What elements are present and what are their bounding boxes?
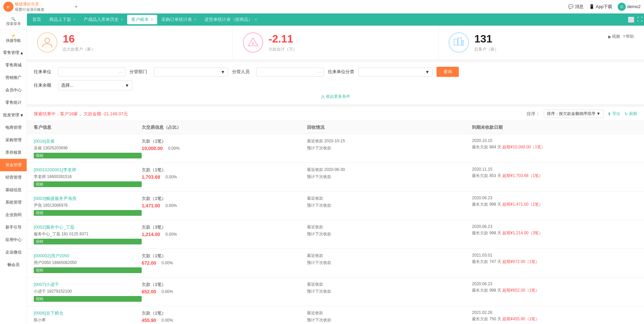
customer-name[interactable]: [0003]畅捷服务尹海燕 bbox=[34, 196, 142, 202]
sidebar-item-weixin[interactable]: 企业微信 bbox=[0, 246, 27, 259]
from-unit-label: 往来单位 bbox=[34, 69, 54, 75]
debt-count: 欠款（1笔） bbox=[142, 167, 307, 173]
tab-purchase-order[interactable]: 采购订单统计表 × bbox=[157, 15, 200, 24]
tab-close-purchase-order[interactable]: × bbox=[194, 17, 196, 22]
sidebar-item-system[interactable]: 系统管理 bbox=[0, 196, 27, 209]
sidebar-item-purchase[interactable]: 采购管理 bbox=[0, 134, 27, 146]
logo-icon: 好 bbox=[3, 2, 13, 12]
next-receipt: 预计下次收款 bbox=[307, 317, 472, 323]
video-icon: ▶ bbox=[608, 34, 611, 39]
customer-info: [0006]去下粮仓 陈小希 现销 bbox=[34, 310, 142, 324]
app-download-btn[interactable]: 📱 App下载 bbox=[589, 4, 612, 10]
due-date: 2020.06.23 bbox=[472, 282, 637, 286]
sidebar-item-ecommerce[interactable]: 电商管理 bbox=[0, 121, 27, 134]
sidebar-item-apps[interactable]: 应用中心 bbox=[0, 234, 27, 246]
overdue-link[interactable]: 超期¥1,471.00（1笔） bbox=[502, 202, 543, 207]
search-btn[interactable]: 查询 bbox=[437, 67, 459, 77]
user-avatar[interactable]: D demo2 bbox=[618, 3, 641, 11]
stat-icon-total bbox=[449, 32, 469, 53]
due-info: 2020.11.15 最长欠款 853 天 超期¥1,703.68（1笔） bbox=[472, 167, 637, 179]
message-icon: 💬 bbox=[568, 4, 573, 9]
customer-tag: 现销 bbox=[34, 267, 142, 273]
customer-name[interactable]: [0002]服务中心_丁磊 bbox=[34, 224, 142, 230]
sidebar-item-enterprise[interactable]: 企业协同 bbox=[0, 209, 27, 221]
collapse-btn[interactable]: ⋀ 收起更多条件 bbox=[34, 94, 637, 99]
debt-percent: 0.00% bbox=[168, 146, 179, 151]
dept-select[interactable]: ▼ bbox=[154, 67, 228, 77]
tab-close-instock-stats[interactable]: × bbox=[255, 17, 257, 22]
sidebar-item-marketing[interactable]: 营销推广 bbox=[0, 71, 27, 84]
recent-receipt: 最近收款 bbox=[307, 310, 472, 316]
stat-value-total-customers: 131 bbox=[474, 33, 499, 45]
user-name: demo2 bbox=[627, 4, 641, 9]
export-btn[interactable]: ⬆ 导出 bbox=[608, 111, 620, 117]
sidebar-item-operation[interactable]: 经营管理 bbox=[0, 171, 27, 184]
refresh-btn[interactable]: ↻ 刷新 bbox=[624, 111, 637, 117]
overdue-link[interactable]: 超期¥652.00（1笔） bbox=[502, 288, 539, 293]
overdue-link[interactable]: 超期¥1,214.00（3笔） bbox=[502, 231, 543, 235]
expand-icon[interactable]: ⛶ bbox=[637, 17, 643, 23]
sidebar-item-finance[interactable]: 资金管理 bbox=[0, 159, 27, 171]
customer-tag: 现销 bbox=[34, 153, 142, 158]
overdue-link[interactable]: 超期¥1,703.68（1笔） bbox=[502, 173, 543, 178]
system-dropdown[interactable]: ▼ bbox=[74, 4, 78, 9]
fullscreen-icon[interactable]: ⬜ bbox=[628, 17, 635, 23]
customer-name[interactable]: [0016]吴俊 bbox=[34, 138, 142, 144]
stat-label-total-customers: 总客户（家） bbox=[474, 47, 499, 52]
search-menu[interactable]: 🔍 搜索菜单 bbox=[0, 13, 27, 30]
table-row: [0002]服务中心_丁磊 服务中心_丁磊 181 0125 8371 现销 欠… bbox=[27, 220, 644, 249]
customer-name[interactable]: [0006]去下粮仓 bbox=[34, 310, 142, 316]
unit-type-select[interactable]: ▼ bbox=[358, 67, 432, 77]
help-btn[interactable]: ? 帮助 bbox=[623, 34, 634, 39]
tab-bar-right: ⬜ ⛶ bbox=[628, 17, 643, 23]
results-info: 搜索结果中，客户16家， 欠款金额 -21,148.07元 bbox=[34, 111, 128, 117]
from-unit-input[interactable]: ··· bbox=[58, 67, 125, 77]
sidebar-item-guide[interactable]: 新手引导 bbox=[0, 221, 27, 234]
due-date: 2021.03.01 bbox=[472, 253, 637, 258]
debt-amount: 1,214.00 bbox=[142, 232, 160, 237]
tab-close-production[interactable]: × bbox=[121, 17, 123, 22]
overdue-link[interactable]: 超期¥10,000.00（1笔） bbox=[502, 145, 545, 149]
video-btn[interactable]: ▶ 视频 bbox=[608, 34, 620, 39]
tab-close-customer-account[interactable]: × bbox=[151, 17, 153, 22]
search-icon: 🔍 bbox=[11, 17, 16, 21]
tab-goods[interactable]: 商品上下架 × bbox=[45, 15, 80, 24]
balance-select[interactable]: 选择... ▼ bbox=[58, 80, 132, 90]
tab-instock-stats[interactable]: 进货单统计表（按商品） × bbox=[200, 15, 261, 24]
sidebar-item-basic-info[interactable]: 基础信息 bbox=[0, 184, 27, 196]
customer-name[interactable]: [00010200001]李老师 bbox=[34, 167, 142, 173]
person-input[interactable]: ··· bbox=[256, 67, 324, 77]
tab-home[interactable]: 首页 bbox=[28, 15, 45, 24]
sidebar-item-retail-mall[interactable]: 零售商城 bbox=[0, 59, 27, 71]
due-info: 2020.06.23 最长欠款 998 天 超期¥1,471.00（1笔） bbox=[472, 196, 637, 207]
customer-name[interactable]: [000002]用户2050 bbox=[34, 253, 142, 259]
sidebar-item-member[interactable]: 会员中心 bbox=[0, 84, 27, 96]
quick-nav[interactable]: ⚡ 零售管理 快捷导航 bbox=[0, 30, 27, 47]
sidebar-item-retail-mgmt[interactable]: 零售管理 ▲ bbox=[0, 47, 27, 59]
overdue-link[interactable]: 超期¥672.00（1笔） bbox=[502, 259, 539, 264]
sidebar-item-batch-mgmt[interactable]: 批发管理 ▼ bbox=[0, 109, 27, 121]
member-label: 会员中心 bbox=[5, 88, 22, 92]
tab-bar: 首页 商品上下架 × 产成品入库单历史 × 客户账本 × 采购订单统计表 × bbox=[27, 13, 644, 26]
debt-amount: 10,000.00 bbox=[142, 146, 163, 151]
tab-close-goods[interactable]: × bbox=[73, 17, 76, 22]
overdue-days: 最长欠款 998 天 超期¥1,471.00（1笔） bbox=[472, 202, 637, 207]
refresh-icon: ↻ bbox=[624, 112, 628, 116]
sidebar-item-vip[interactable]: 畅会员 bbox=[0, 259, 27, 271]
overdue-link[interactable]: 超期¥455.90（1笔） bbox=[502, 317, 539, 321]
sidebar-item-retail-stats[interactable]: 零售统计 bbox=[0, 96, 27, 109]
phone-icon: 📱 bbox=[589, 4, 594, 9]
sort-select[interactable]: 排序：按欠款金额倒序排序 ▼ bbox=[544, 110, 604, 118]
sidebar-item-inventory[interactable]: 库存核算 bbox=[0, 146, 27, 159]
message-btn[interactable]: 💬 消息 bbox=[568, 4, 584, 10]
tab-production[interactable]: 产成品入库单历史 × bbox=[80, 15, 127, 24]
customer-phone: 尹燕 18513066976 bbox=[34, 203, 142, 208]
customer-name[interactable]: [0007]小进千 bbox=[34, 282, 142, 288]
batch-mgmt-label: 批发管理 bbox=[3, 112, 19, 118]
stat-value-debt-total: -2.11 bbox=[269, 33, 297, 45]
overdue-days: 最长欠款 998 天 超期¥1,214.00（3笔） bbox=[472, 230, 637, 236]
tab-customer-account[interactable]: 客户账本 × bbox=[127, 15, 157, 24]
customer-info: [000002]用户2050 用户2050 18665062050 现销 bbox=[34, 253, 142, 273]
due-info: 2020.06.23 最长欠款 998 天 超期¥652.00（1笔） bbox=[472, 282, 637, 293]
debt-percent: 0.00% bbox=[166, 232, 177, 237]
